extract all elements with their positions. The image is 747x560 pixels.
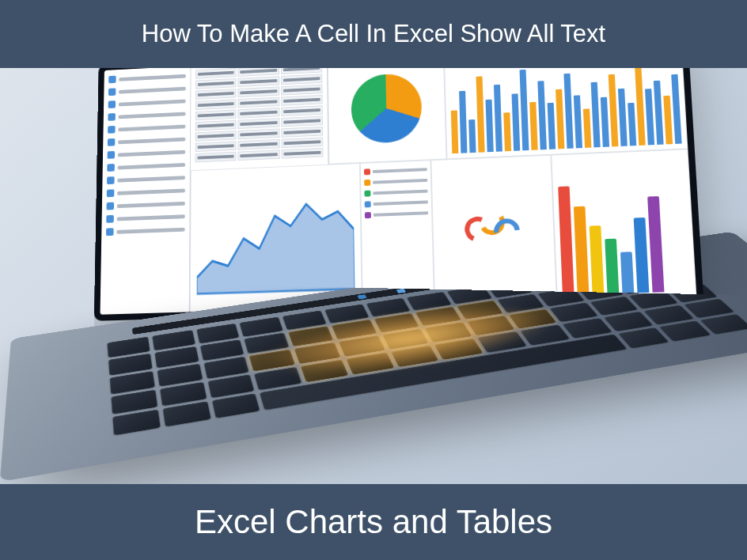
touchbar-icon — [357, 294, 366, 299]
swirl-chart — [430, 155, 556, 305]
bottom-banner: Excel Charts and Tables — [0, 484, 747, 560]
chart-legend — [360, 160, 434, 307]
data-grid — [191, 68, 329, 170]
top-banner: How To Make A Cell In Excel Show All Tex… — [0, 0, 747, 68]
laptop-illustration — [24, 68, 720, 484]
scene — [0, 68, 747, 484]
rainbow-bar-chart — [551, 149, 696, 301]
laptop-screen-frame — [94, 68, 704, 321]
spreadsheet-sidebar — [100, 68, 191, 315]
top-banner-title: How To Make A Cell In Excel Show All Tex… — [142, 20, 605, 48]
bar-chart-top — [444, 68, 688, 159]
bottom-banner-title: Excel Charts and Tables — [195, 503, 552, 541]
main-area — [190, 68, 697, 312]
laptop-screen — [100, 68, 697, 315]
pie-chart — [328, 68, 447, 165]
